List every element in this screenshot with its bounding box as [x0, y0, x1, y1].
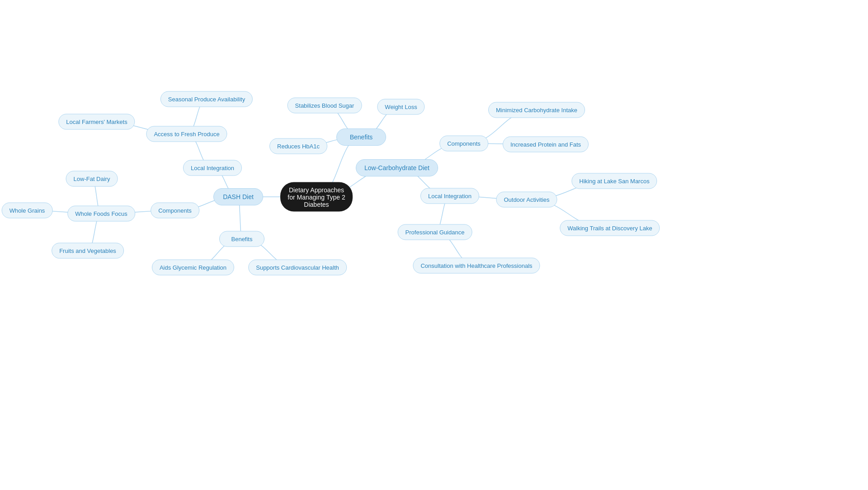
node-wholeGrains[interactable]: Whole Grains [2, 203, 53, 219]
node-accessFreshProduce[interactable]: Access to Fresh Produce [146, 126, 227, 142]
node-supportsCardio[interactable]: Supports Cardiovascular Health [248, 260, 347, 276]
node-outdoorActivities[interactable]: Outdoor Activities [496, 192, 557, 208]
node-dashBenefits[interactable]: Benefits [219, 231, 264, 247]
node-seasonalProduce[interactable]: Seasonal Produce Availability [160, 91, 253, 107]
node-lowCarbDiet[interactable]: Low-Carbohydrate Diet [356, 159, 438, 176]
node-dashComponents[interactable]: Components [151, 203, 199, 219]
node-consultationHealth[interactable]: Consultation with Healthcare Professiona… [413, 258, 540, 274]
node-lowFatDairy[interactable]: Low-Fat Dairy [66, 171, 118, 187]
node-localFarmers[interactable]: Local Farmers' Markets [58, 114, 135, 130]
node-benefitsDash[interactable]: Benefits [336, 128, 386, 146]
node-lcComponents[interactable]: Components [439, 136, 488, 152]
node-weightLoss[interactable]: Weight Loss [377, 99, 425, 115]
node-localIntegrationDash[interactable]: Local Integration [183, 160, 242, 176]
node-reducesHba1c[interactable]: Reduces HbA1c [269, 138, 327, 154]
node-hikingLake[interactable]: Hiking at Lake San Marcos [571, 173, 657, 189]
mindmap-canvas: Dietary Approaches for Managing Type 2 D… [0, 0, 868, 490]
connections-svg [0, 0, 868, 490]
node-stabilizesBlood[interactable]: Stabilizes Blood Sugar [288, 98, 362, 114]
node-professionalGuidance[interactable]: Professional Guidance [398, 224, 472, 240]
node-fruitsVeg[interactable]: Fruits and Vegetables [52, 243, 124, 259]
node-dashDiet[interactable]: DASH Diet [213, 188, 263, 205]
node-walkingTrails[interactable]: Walking Trails at Discovery Lake [560, 220, 660, 236]
node-aidsGlycemic[interactable]: Aids Glycemic Regulation [152, 260, 234, 276]
node-minimizedCarb[interactable]: Minimized Carbohydrate Intake [488, 102, 585, 118]
node-lcLocalIntegration[interactable]: Local Integration [420, 188, 479, 204]
node-increasedProtein[interactable]: Increased Protein and Fats [503, 137, 589, 152]
node-wholeFoodsFocus[interactable]: Whole Foods Focus [67, 206, 135, 222]
node-center[interactable]: Dietary Approaches for Managing Type 2 D… [280, 182, 353, 212]
